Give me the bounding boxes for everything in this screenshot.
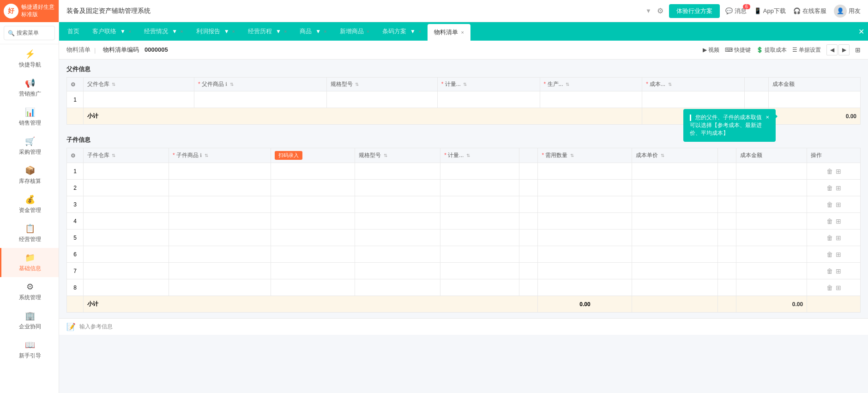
child-unit-cell[interactable]	[440, 263, 519, 279]
child-price-cell[interactable]	[632, 246, 717, 263]
child-unit-cell[interactable]	[440, 246, 519, 263]
tab-operation-close[interactable]: ×	[180, 29, 183, 34]
parent-spec-cell[interactable]	[326, 91, 437, 108]
sidebar-item-system[interactable]: ⚙ 系统管理	[0, 277, 59, 306]
child-qty-cell[interactable]	[538, 246, 632, 263]
child-goods-cell[interactable]	[169, 230, 271, 246]
child-warehouse-cell[interactable]	[84, 163, 169, 180]
parent-warehouse-cell[interactable]	[84, 91, 194, 108]
tab-new-goods-close[interactable]: ×	[367, 29, 369, 34]
child-warehouse-cell[interactable]	[84, 279, 169, 296]
online-service-button[interactable]: 🎧 在线客服	[793, 7, 826, 15]
child-spec-cell[interactable]	[355, 230, 440, 246]
child-price-cell[interactable]	[632, 279, 717, 296]
child-spec-cell[interactable]	[355, 196, 440, 213]
copy-icon[interactable]: ⊞	[836, 284, 841, 291]
copy-icon[interactable]: ⊞	[836, 184, 841, 192]
sidebar-item-marketing[interactable]: 📢 营销推广	[0, 73, 59, 103]
child-warehouse-cell[interactable]	[84, 196, 169, 213]
sidebar-item-inventory[interactable]: 📦 库存核算	[0, 161, 59, 190]
child-spec-cell[interactable]	[355, 246, 440, 263]
tab-goods[interactable]: 商品 ▼ ×	[293, 22, 333, 41]
shortcut-action[interactable]: ⌨ 快捷键	[725, 46, 751, 54]
cost-action[interactable]: 💲 提取成本	[756, 46, 787, 54]
tab-profit[interactable]: 利润报告 ▼ ×	[190, 22, 241, 41]
copy-icon[interactable]: ⊞	[836, 168, 841, 175]
delete-icon[interactable]: 🗑	[826, 234, 833, 242]
prev-arrow[interactable]: ◀	[826, 44, 838, 55]
parent-cost-cell[interactable]	[642, 91, 745, 108]
tab-history-close[interactable]: ×	[284, 29, 287, 34]
th-settings-child[interactable]: ⚙	[67, 148, 84, 163]
child-spec-cell[interactable]	[355, 213, 440, 230]
copy-icon[interactable]: ⊞	[836, 201, 841, 208]
tooltip-close-button[interactable]: ×	[766, 114, 769, 121]
tab-goods-close[interactable]: ×	[324, 29, 326, 34]
child-warehouse-cell[interactable]	[84, 246, 169, 263]
parent-unit-cell[interactable]	[437, 91, 540, 108]
tab-new-goods[interactable]: 新增商品 ×	[333, 22, 376, 41]
child-unit-cell[interactable]	[440, 230, 519, 246]
close-all-tabs-button[interactable]: ✕	[858, 27, 864, 36]
child-qty-cell[interactable]	[538, 263, 632, 279]
search-menu-button[interactable]: 🔍 搜索菜单	[4, 26, 55, 40]
delete-icon[interactable]: 🗑	[826, 201, 833, 208]
sidebar-item-quick-nav[interactable]: ⚡ 快捷导航	[0, 44, 59, 73]
tab-bom[interactable]: 物料清单 ×	[428, 24, 470, 41]
tab-customer[interactable]: 客户联络 ▼ ×	[86, 22, 138, 41]
child-price-cell[interactable]	[632, 196, 717, 213]
parent-goods-cell[interactable]	[194, 91, 326, 108]
child-goods-cell[interactable]	[169, 196, 271, 213]
child-unit-cell[interactable]	[440, 180, 519, 196]
child-unit-cell[interactable]	[440, 163, 519, 180]
child-goods-cell[interactable]	[169, 213, 271, 230]
grid-view-icon[interactable]: ⊞	[855, 46, 861, 54]
copy-icon[interactable]: ⊞	[836, 234, 841, 242]
child-warehouse-cell[interactable]	[84, 213, 169, 230]
child-qty-cell[interactable]	[538, 163, 632, 180]
child-qty-cell[interactable]	[538, 213, 632, 230]
child-warehouse-cell[interactable]	[84, 263, 169, 279]
sidebar-item-enterprise[interactable]: 🏢 企业协同	[0, 306, 59, 335]
next-arrow[interactable]: ▶	[838, 44, 850, 55]
tab-barcode-close[interactable]: ×	[418, 29, 421, 34]
child-price-cell[interactable]	[632, 230, 717, 246]
doc-settings-action[interactable]: ☰ 单据设置	[792, 46, 821, 54]
tab-customer-close[interactable]: ×	[128, 29, 131, 34]
tab-bom-close[interactable]: ×	[461, 30, 464, 35]
sidebar-item-operation[interactable]: 📋 经营管理	[0, 219, 59, 248]
breadcrumb-bom[interactable]: 物料清单	[66, 46, 90, 54]
messages-button[interactable]: 💬 消息 6	[725, 7, 747, 15]
delete-icon[interactable]: 🗑	[826, 168, 833, 175]
child-qty-cell[interactable]	[538, 196, 632, 213]
child-warehouse-cell[interactable]	[84, 180, 169, 196]
child-spec-cell[interactable]	[355, 279, 440, 296]
app-download-button[interactable]: 📱 App下载	[754, 7, 786, 15]
delete-icon[interactable]: 🗑	[826, 251, 833, 258]
sidebar-item-basic-info[interactable]: 📁 基础信息	[0, 248, 59, 277]
child-price-cell[interactable]	[632, 180, 717, 196]
delete-icon[interactable]: 🗑	[826, 284, 833, 291]
child-price-cell[interactable]	[632, 263, 717, 279]
user-area[interactable]: 👤 用友	[834, 5, 861, 18]
child-warehouse-cell[interactable]	[84, 230, 169, 246]
child-goods-cell[interactable]	[169, 180, 271, 196]
tab-history[interactable]: 经营历程 ▼ ×	[241, 22, 293, 41]
th-scan[interactable]: 扫码录入	[271, 148, 355, 163]
tab-barcode[interactable]: 条码方案 ▼ ×	[376, 22, 428, 41]
parent-produce-cell[interactable]	[540, 91, 642, 108]
try-button[interactable]: 体验行业方案	[669, 4, 720, 18]
tab-profit-close[interactable]: ×	[232, 29, 235, 34]
child-unit-cell[interactable]	[440, 213, 519, 230]
copy-icon[interactable]: ⊞	[836, 218, 841, 225]
copy-icon[interactable]: ⊞	[836, 251, 841, 258]
child-price-cell[interactable]	[632, 213, 717, 230]
child-unit-cell[interactable]	[440, 279, 519, 296]
sidebar-item-finance[interactable]: 💰 资金管理	[0, 190, 59, 219]
delete-icon[interactable]: 🗑	[826, 267, 833, 275]
child-price-cell[interactable]	[632, 163, 717, 180]
child-qty-cell[interactable]	[538, 230, 632, 246]
child-qty-cell[interactable]	[538, 279, 632, 296]
copy-icon[interactable]: ⊞	[836, 267, 841, 275]
delete-icon[interactable]: 🗑	[826, 218, 833, 225]
